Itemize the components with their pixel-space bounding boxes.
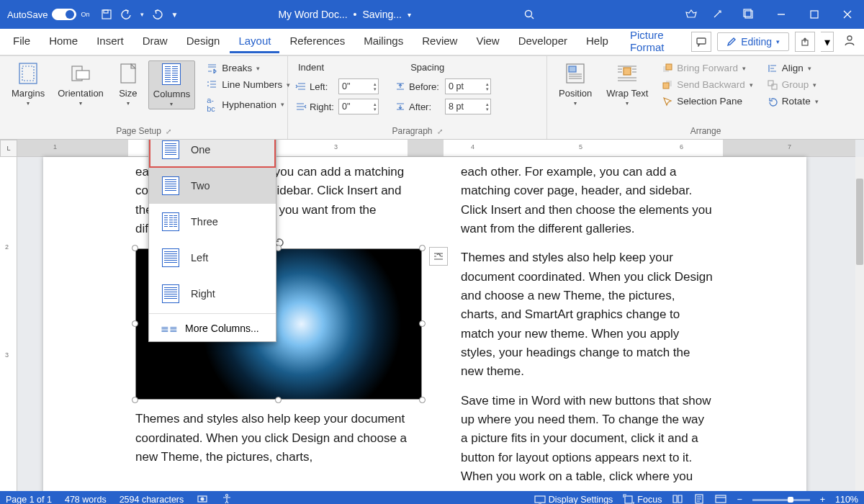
page-count[interactable]: Page 1 of 1 — [6, 495, 52, 504]
display-icon — [534, 494, 546, 504]
premium-icon[interactable] — [681, 0, 701, 29]
app-mode-icon[interactable] — [733, 0, 765, 29]
resize-handle[interactable] — [419, 320, 426, 327]
columns-button[interactable]: Columns — [148, 60, 195, 109]
tab-developer[interactable]: Developer — [510, 30, 576, 53]
resize-handle[interactable] — [132, 397, 138, 403]
svg-rect-16 — [624, 68, 631, 75]
zoom-level[interactable]: 110% — [835, 495, 858, 504]
paragraph[interactable]: Save time in Word with new buttons that … — [461, 392, 714, 487]
display-settings-button[interactable]: Display Settings — [534, 494, 613, 504]
accessibility-icon[interactable] — [221, 493, 233, 505]
columns-option-two[interactable]: Two — [149, 168, 276, 204]
tab-view[interactable]: View — [467, 30, 508, 53]
tab-picture-format[interactable]: Picture Format — [618, 24, 690, 60]
spacing-after-input[interactable]: 8 pt — [445, 99, 491, 114]
wrap-text-button[interactable]: Wrap Text — [602, 60, 652, 108]
tab-help[interactable]: Help — [577, 30, 617, 53]
wrap-text-label: Wrap Text — [606, 88, 648, 99]
maximize-button[interactable] — [798, 0, 831, 29]
tab-references[interactable]: References — [281, 30, 354, 53]
rotate-button[interactable]: Rotate▾ — [763, 94, 823, 109]
send-backward-button[interactable]: Send Backward▾ — [658, 77, 757, 92]
columns-option-one[interactable]: One — [149, 140, 276, 168]
tab-file[interactable]: File — [4, 30, 39, 53]
web-layout-icon[interactable] — [715, 493, 726, 505]
svg-point-8 — [847, 36, 852, 40]
title-caret-icon[interactable]: ▾ — [408, 11, 411, 19]
coming-soon-icon[interactable] — [701, 0, 733, 29]
ruler-tick: 6 — [680, 143, 683, 150]
columns-option-right[interactable]: Right — [149, 276, 276, 312]
group-objects-button[interactable]: Group▾ — [763, 77, 823, 92]
word-count[interactable]: 478 words — [65, 495, 107, 504]
line-numbers-button[interactable]: Line Numbers▾ — [202, 77, 294, 92]
breaks-button[interactable]: Breaks▾ — [202, 60, 294, 76]
vertical-scrollbar[interactable] — [855, 157, 864, 491]
selection-pane-button[interactable]: Selection Pane — [658, 94, 757, 109]
autosave-toggle[interactable] — [52, 9, 76, 20]
align-button[interactable]: Align▾ — [763, 60, 823, 76]
minimize-button[interactable] — [765, 0, 798, 29]
tab-review[interactable]: Review — [413, 30, 466, 53]
zoom-slider[interactable] — [752, 499, 810, 501]
ruler-corner[interactable]: L — [0, 140, 17, 157]
autosave-label: AutoSave — [7, 9, 48, 20]
tab-layout[interactable]: Layout — [230, 30, 279, 53]
indent-right-input[interactable]: 0" — [338, 99, 379, 114]
more-columns-button[interactable]: ≣≣More Columns... — [149, 315, 276, 341]
qat-dropdown-icon[interactable]: ▼ — [167, 0, 181, 29]
spacing-before-input[interactable]: 0 pt — [445, 78, 491, 94]
layout-options-button[interactable] — [429, 247, 448, 266]
search-tell-me-icon[interactable] — [508, 0, 551, 29]
ribbon-tabs: File Home Insert Draw Design Layout Refe… — [0, 29, 864, 56]
undo-more-icon[interactable]: ▾ — [137, 0, 147, 29]
ruler-horizontal[interactable]: 1 2 3 4 5 6 7 — [17, 140, 855, 157]
share-button[interactable] — [795, 32, 815, 52]
breaks-icon — [207, 63, 217, 73]
bring-forward-button[interactable]: Bring Forward▾ — [658, 60, 757, 76]
undo-icon[interactable] — [117, 0, 137, 29]
ruler-vertical[interactable]: 2 3 — [0, 157, 17, 491]
tab-home[interactable]: Home — [40, 30, 86, 53]
account-icon[interactable] — [840, 34, 860, 50]
position-button[interactable]: Position — [554, 60, 596, 108]
document-name[interactable]: My Word Doc... — [278, 9, 347, 20]
redo-icon[interactable] — [147, 0, 167, 29]
scrollbar-thumb[interactable] — [856, 179, 863, 265]
columns-option-three[interactable]: Three — [149, 204, 276, 240]
paragraph[interactable]: each other. For example, you can add a m… — [461, 163, 714, 238]
autosave[interactable]: AutoSave On — [0, 9, 96, 20]
paragraph[interactable]: Themes and styles also help keep your do… — [461, 248, 714, 381]
orientation-button[interactable]: Orientation — [53, 60, 108, 108]
indent-left-input[interactable]: 0" — [338, 78, 379, 94]
focus-button[interactable]: Focus — [623, 494, 662, 504]
read-mode-icon[interactable] — [672, 493, 683, 505]
resize-handle[interactable] — [419, 245, 426, 251]
margins-button[interactable]: Margins — [7, 60, 49, 108]
hyphenation-button[interactable]: a-bcHyphenation▾ — [202, 94, 294, 115]
comments-button[interactable] — [691, 32, 711, 52]
tab-insert[interactable]: Insert — [88, 30, 132, 53]
size-button[interactable]: Size — [112, 60, 144, 108]
save-icon[interactable] — [96, 0, 117, 29]
editing-mode-button[interactable]: Editing ▾ — [717, 32, 789, 51]
page-setup-launcher-icon[interactable]: ⤢ — [166, 127, 171, 135]
zoom-in-button[interactable]: + — [820, 495, 825, 504]
paragraph-launcher-icon[interactable]: ⤢ — [437, 127, 443, 135]
share-more-button[interactable]: ▾ — [821, 32, 834, 52]
print-layout-icon[interactable] — [693, 493, 705, 505]
paragraph[interactable]: Themes and styles also help keep your do… — [135, 410, 422, 467]
char-count[interactable]: 2594 characters — [120, 495, 184, 504]
resize-handle[interactable] — [419, 397, 426, 403]
selection-pane-icon — [662, 96, 672, 107]
macro-recording-icon[interactable] — [197, 493, 208, 505]
zoom-out-button[interactable]: − — [737, 495, 742, 504]
svg-point-24 — [201, 498, 204, 500]
tab-design[interactable]: Design — [178, 30, 229, 53]
resize-handle[interactable] — [275, 397, 282, 403]
tab-mailings[interactable]: Mailings — [355, 30, 412, 53]
columns-option-left[interactable]: Left — [149, 240, 276, 276]
tab-draw[interactable]: Draw — [134, 30, 176, 53]
close-button[interactable] — [831, 0, 864, 29]
